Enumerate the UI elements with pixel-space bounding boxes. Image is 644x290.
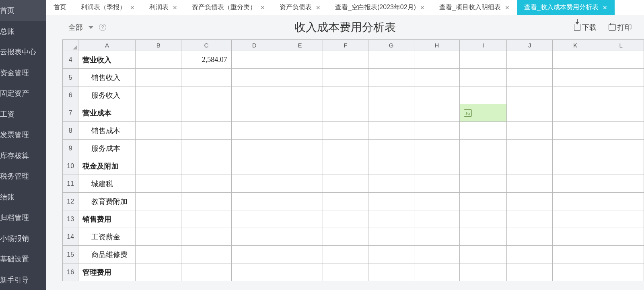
cell-F9[interactable] — [323, 140, 368, 157]
cell-D10[interactable] — [231, 157, 277, 175]
column-header-H[interactable]: H — [414, 40, 459, 51]
cell-J15[interactable] — [507, 246, 552, 263]
sidebar-item-10[interactable]: 归档管理 — [0, 207, 46, 228]
cell-C8[interactable] — [181, 122, 231, 140]
cell-I14[interactable] — [460, 228, 507, 246]
cell-D11[interactable] — [231, 175, 277, 193]
cell-F6[interactable] — [323, 86, 368, 104]
cell-J11[interactable] — [507, 175, 552, 193]
cell-F4[interactable] — [323, 51, 368, 69]
cell-H14[interactable] — [414, 228, 459, 246]
sidebar-item-9[interactable]: 结账 — [0, 187, 46, 208]
cell-I15[interactable] — [460, 246, 507, 263]
cell-D9[interactable] — [231, 140, 277, 157]
cell-J5[interactable] — [507, 69, 552, 86]
cell-K15[interactable] — [552, 246, 598, 263]
row-header[interactable]: 5 — [63, 69, 78, 86]
cell-I12[interactable] — [460, 193, 507, 210]
cell-J6[interactable] — [507, 86, 552, 104]
cell-B14[interactable] — [136, 228, 181, 246]
cell-I8[interactable] — [460, 122, 507, 140]
cell-K4[interactable] — [552, 51, 598, 69]
close-icon[interactable]: ✕ — [420, 5, 425, 10]
cell-D15[interactable] — [231, 246, 277, 263]
cell-A8[interactable]: 销售成本 — [78, 122, 136, 140]
cell-E4[interactable] — [277, 51, 323, 69]
cell-F8[interactable] — [323, 122, 368, 140]
cell-J14[interactable] — [507, 228, 552, 246]
tab-5[interactable]: 查看_空白报表(2023年02月)✕ — [328, 0, 432, 15]
sidebar-item-8[interactable]: 税务管理 — [0, 166, 46, 187]
cell-E12[interactable] — [277, 193, 323, 210]
row-header[interactable]: 12 — [63, 193, 78, 210]
sidebar-item-3[interactable]: 资金管理 — [0, 62, 46, 83]
cell-J7[interactable] — [507, 104, 552, 122]
cell-L8[interactable] — [598, 122, 644, 140]
cell-H9[interactable] — [414, 140, 459, 157]
close-icon[interactable]: ✕ — [603, 5, 607, 10]
cell-L16[interactable] — [598, 263, 644, 281]
cell-A13[interactable]: 销售费用 — [78, 210, 136, 228]
sidebar-item-11[interactable]: 小畅报销 — [0, 228, 46, 249]
cell-I10[interactable] — [460, 157, 507, 175]
cell-G10[interactable] — [368, 157, 414, 175]
close-icon[interactable]: ✕ — [316, 5, 321, 10]
cell-B8[interactable] — [136, 122, 181, 140]
cell-B6[interactable] — [136, 86, 181, 104]
cell-B15[interactable] — [136, 246, 181, 263]
close-icon[interactable]: ✕ — [130, 5, 135, 10]
column-header-L[interactable]: L — [598, 40, 644, 51]
cell-K8[interactable] — [552, 122, 598, 140]
cell-E14[interactable] — [277, 228, 323, 246]
cell-I9[interactable] — [460, 140, 507, 157]
cell-K7[interactable] — [552, 104, 598, 122]
cell-G14[interactable] — [368, 228, 414, 246]
cell-H10[interactable] — [414, 157, 459, 175]
cell-E15[interactable] — [277, 246, 323, 263]
column-header-J[interactable]: J — [507, 40, 552, 51]
cell-L10[interactable] — [598, 157, 644, 175]
sidebar-item-2[interactable]: 云报表中心 — [0, 41, 46, 62]
cell-L7[interactable] — [598, 104, 644, 122]
cell-K5[interactable] — [552, 69, 598, 86]
cell-L13[interactable] — [598, 210, 644, 228]
cell-F5[interactable] — [323, 69, 368, 86]
column-header-F[interactable]: F — [323, 40, 368, 51]
cell-J8[interactable] — [507, 122, 552, 140]
cell-B10[interactable] — [136, 157, 181, 175]
cell-C9[interactable] — [181, 140, 231, 157]
cell-G8[interactable] — [368, 122, 414, 140]
cell-I5[interactable] — [460, 69, 507, 86]
sidebar-item-1[interactable]: 总账 — [0, 21, 46, 42]
cell-D16[interactable] — [231, 263, 277, 281]
cell-G16[interactable] — [368, 263, 414, 281]
column-header-K[interactable]: K — [552, 40, 598, 51]
cell-D4[interactable] — [231, 51, 277, 69]
sidebar-item-4[interactable]: 固定资产 — [0, 83, 46, 104]
row-header[interactable]: 8 — [63, 122, 78, 140]
row-header[interactable]: 11 — [63, 175, 78, 193]
sheet-corner[interactable] — [63, 40, 78, 51]
cell-L12[interactable] — [598, 193, 644, 210]
formula-icon[interactable]: Fx — [464, 109, 472, 117]
cell-B13[interactable] — [136, 210, 181, 228]
row-header[interactable]: 6 — [63, 86, 78, 104]
cell-G9[interactable] — [368, 140, 414, 157]
column-header-G[interactable]: G — [368, 40, 414, 51]
row-header[interactable]: 15 — [63, 246, 78, 263]
cell-D5[interactable] — [231, 69, 277, 86]
cell-G7[interactable] — [368, 104, 414, 122]
cell-L5[interactable] — [598, 69, 644, 86]
cell-C10[interactable] — [181, 157, 231, 175]
row-header[interactable]: 16 — [63, 263, 78, 281]
cell-B16[interactable] — [136, 263, 181, 281]
cell-C15[interactable] — [181, 246, 231, 263]
cell-F13[interactable] — [323, 210, 368, 228]
column-header-D[interactable]: D — [231, 40, 277, 51]
cell-F10[interactable] — [323, 157, 368, 175]
cell-H15[interactable] — [414, 246, 459, 263]
row-header[interactable]: 9 — [63, 140, 78, 157]
cell-A15[interactable]: 商品维修费 — [78, 246, 136, 263]
cell-L4[interactable] — [598, 51, 644, 69]
close-icon[interactable]: ✕ — [505, 5, 510, 10]
